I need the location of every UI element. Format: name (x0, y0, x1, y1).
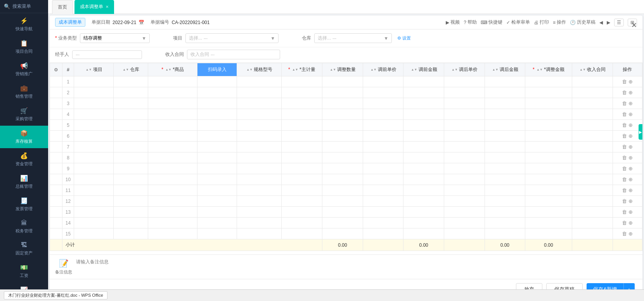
row-income-cell[interactable] (572, 98, 613, 109)
row-product-cell[interactable] (148, 174, 197, 185)
row-copy-icon[interactable]: ⊕ (628, 176, 633, 182)
row-project-cell[interactable] (74, 109, 114, 120)
table-row[interactable]: 7 🗑 ⊕ (50, 142, 642, 152)
notes-input[interactable] (76, 259, 637, 274)
row-spec-cell[interactable] (237, 76, 282, 87)
row-income-cell[interactable] (572, 142, 613, 152)
row-before-price-cell[interactable] (363, 109, 403, 120)
row-spec-cell[interactable] (237, 131, 282, 142)
table-row[interactable]: 11 🗑 ⊕ (50, 185, 642, 196)
table-row[interactable]: 3 🗑 ⊕ (50, 98, 642, 109)
row-before-price-cell[interactable] (363, 142, 403, 152)
row-spec-cell[interactable] (237, 185, 282, 196)
row-after-amount-cell[interactable] (485, 174, 525, 185)
view-mode-btn[interactable]: ☰ (614, 19, 624, 26)
col-adj-amount-header[interactable]: ▲▼ *调整金额 (525, 63, 572, 76)
row-scan-cell[interactable] (197, 98, 237, 109)
row-adj-amount-cell[interactable] (525, 87, 572, 98)
row-delete-icon[interactable]: 🗑 (622, 144, 627, 150)
row-copy-icon[interactable]: ⊕ (628, 79, 633, 85)
row-adj-amount-cell[interactable] (525, 185, 572, 196)
row-spec-cell[interactable] (237, 109, 282, 120)
row-project-cell[interactable] (74, 207, 114, 218)
sidebar-item-tax[interactable]: 🏛 税务管理 (0, 216, 48, 238)
row-income-cell[interactable] (572, 207, 613, 218)
row-copy-icon[interactable]: ⊕ (628, 187, 633, 193)
date-value[interactable]: 2022-09-21 (113, 20, 136, 25)
row-scan-cell[interactable] (197, 120, 237, 131)
col-before-amount-header[interactable]: ▲▼ 调前金额 (403, 63, 444, 76)
row-warehouse-cell[interactable] (113, 207, 148, 218)
row-after-amount-cell[interactable] (485, 152, 525, 163)
row-after-price-cell[interactable] (444, 131, 485, 142)
row-after-price-cell[interactable] (444, 120, 485, 131)
row-after-price-cell[interactable] (444, 185, 485, 196)
row-before-price-cell[interactable] (363, 228, 403, 239)
row-copy-icon[interactable]: ⊕ (628, 100, 633, 106)
row-after-price-cell[interactable] (444, 196, 485, 207)
row-after-amount-cell[interactable] (485, 142, 525, 152)
row-scan-cell[interactable] (197, 152, 237, 163)
taskbar-item-wps[interactable]: 木门行业好业财处理方案-蕃红红.doc - WPS Office (4, 291, 107, 299)
row-after-price-cell[interactable] (444, 142, 485, 152)
row-before-amount-cell[interactable] (403, 98, 444, 109)
row-before-amount-cell[interactable] (403, 109, 444, 120)
row-copy-icon[interactable]: ⊕ (628, 90, 633, 95)
table-row[interactable]: 10 🗑 ⊕ (50, 174, 642, 185)
window-close-button[interactable]: ✕ (631, 21, 637, 29)
row-adj-qty-cell[interactable] (322, 98, 363, 109)
row-unit-cell[interactable] (281, 87, 322, 98)
row-income-cell[interactable] (572, 87, 613, 98)
row-adj-qty-cell[interactable] (322, 142, 363, 152)
sidebar-item-capital[interactable]: 💰 资金管理 (0, 148, 48, 171)
row-before-amount-cell[interactable] (403, 152, 444, 163)
row-after-amount-cell[interactable] (485, 98, 525, 109)
table-row[interactable]: 5 🗑 ⊕ (50, 120, 642, 131)
row-adj-qty-cell[interactable] (322, 87, 363, 98)
table-settings-icon[interactable]: ⚙ (54, 67, 58, 73)
table-row[interactable]: 8 🗑 ⊕ (50, 152, 642, 163)
row-delete-icon[interactable]: 🗑 (622, 155, 627, 161)
sidebar-item-sales-promo[interactable]: 📢 营销推广 (0, 58, 48, 81)
row-spec-cell[interactable] (237, 87, 282, 98)
row-before-price-cell[interactable] (363, 131, 403, 142)
row-before-price-cell[interactable] (363, 163, 403, 174)
row-product-cell[interactable] (148, 152, 197, 163)
row-project-cell[interactable] (74, 185, 114, 196)
row-before-amount-cell[interactable] (403, 196, 444, 207)
row-scan-cell[interactable] (197, 228, 237, 239)
row-income-cell[interactable] (572, 228, 613, 239)
row-adj-qty-cell[interactable] (322, 109, 363, 120)
row-adj-qty-cell[interactable] (322, 218, 363, 228)
row-warehouse-cell[interactable] (113, 98, 148, 109)
shortcut-btn[interactable]: ⌨ 快捷键 (481, 19, 502, 26)
row-unit-cell[interactable] (281, 152, 322, 163)
row-adj-amount-cell[interactable] (525, 218, 572, 228)
row-before-price-cell[interactable] (363, 207, 403, 218)
row-product-cell[interactable] (148, 207, 197, 218)
col-after-price-header[interactable]: ▲▼ 调后单价 (444, 63, 485, 76)
row-project-cell[interactable] (74, 142, 114, 152)
row-product-cell[interactable] (148, 120, 197, 131)
tab-home[interactable]: 首页 (52, 0, 73, 14)
row-after-amount-cell[interactable] (485, 196, 525, 207)
table-row[interactable]: 12 🗑 ⊕ (50, 196, 642, 207)
table-row[interactable]: 13 🗑 ⊕ (50, 207, 642, 218)
row-after-price-cell[interactable] (444, 98, 485, 109)
row-project-cell[interactable] (74, 228, 114, 239)
row-delete-icon[interactable]: 🗑 (622, 231, 627, 237)
row-income-cell[interactable] (572, 131, 613, 142)
row-spec-cell[interactable] (237, 163, 282, 174)
row-delete-icon[interactable]: 🗑 (622, 100, 627, 106)
row-after-amount-cell[interactable] (485, 185, 525, 196)
row-adj-amount-cell[interactable] (525, 109, 572, 120)
row-warehouse-cell[interactable] (113, 120, 148, 131)
col-warehouse-header[interactable]: ▲▼ 仓库 (113, 63, 148, 76)
operations-btn[interactable]: ≡ 操作 (553, 19, 566, 26)
settings-button[interactable]: ⚙ 设置 (397, 35, 411, 41)
col-scan-header[interactable]: 扫码录入 (197, 63, 237, 76)
row-product-cell[interactable] (148, 109, 197, 120)
col-settings-header[interactable]: ⚙ (50, 63, 62, 76)
sidebar-item-project-contract[interactable]: 📋 项目合同 (0, 36, 48, 58)
row-adj-qty-cell[interactable] (322, 152, 363, 163)
